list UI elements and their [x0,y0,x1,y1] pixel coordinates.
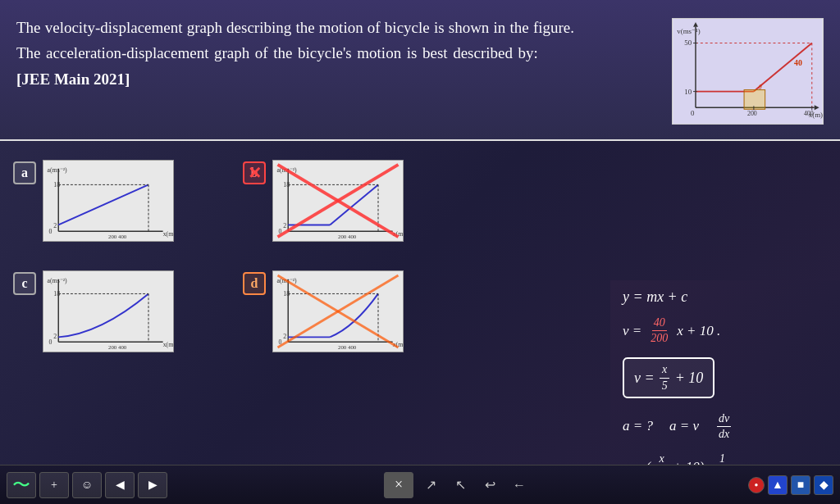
calc-line-3: v = x 5 + 10 [623,357,828,397]
option-b[interactable]: b a(ms⁻²) x(m) 18 2 [238,153,468,264]
forward-button[interactable]: ▶ [138,472,167,498]
return-icon[interactable]: ↩ [477,474,502,497]
question-area: The velocity-displacement graph describi… [0,0,840,141]
arrow-up-right-icon[interactable]: ↗ [418,474,443,497]
wave-icon[interactable]: 〜 [7,472,36,498]
close-button[interactable]: × [384,472,413,498]
rec-button[interactable]: ● [748,477,765,493]
toolbar-left: 〜 + ☺ ◀ ▶ [7,472,167,498]
svg-rect-11 [744,90,765,110]
svg-text:x(m): x(m) [163,341,173,348]
svg-text:18: 18 [53,290,60,297]
calc-eq1: y = mx + c [623,288,687,306]
back-arrow-icon[interactable]: ← [507,474,532,497]
svg-text:200  400: 200 400 [108,234,127,239]
options-area: a a(ms⁻²) x(m) 18 2 [0,141,840,379]
toolbar-center: × ↗ ↖ ↩ ← [384,472,532,498]
back-button[interactable]: ◀ [105,472,135,498]
calc-line-4: a = ? a = v dv dx [623,411,828,442]
bottom-toolbar: 〜 + ☺ ◀ ▶ × ↗ ↖ ↩ ← ● ▲ ■ ◆ [0,465,840,504]
svg-text:a(ms⁻²): a(ms⁻²) [48,277,68,284]
option-a[interactable]: a a(ms⁻²) x(m) 18 2 [8,153,238,264]
option-c[interactable]: c a(ms⁻²) x(m) 18 2 [8,264,238,375]
face-icon[interactable]: ☺ [72,472,102,498]
main-container: The velocity-displacement graph describi… [0,0,840,504]
boxed-equation: v = x 5 + 10 [623,357,714,397]
options-grid: a a(ms⁻²) x(m) 18 2 [0,149,476,379]
svg-text:200: 200 [747,110,757,117]
svg-text:0: 0 [48,338,52,346]
settings-btn-2[interactable]: ■ [791,475,810,495]
settings-btn-1[interactable]: ▲ [768,475,788,495]
velocity-displacement-graph: v(ms⁻¹) x(m) θ 40 10 [672,18,824,125]
option-c-label[interactable]: c [13,272,36,295]
svg-text:θ: θ [759,84,762,91]
option-b-graph: a(ms⁻²) x(m) 18 2 0 200 400 [272,160,404,242]
option-d-graph: a(ms⁻²) x(m) 18 2 0 200 400 [272,270,404,352]
option-d-label[interactable]: d [243,272,266,295]
svg-text:200  400: 200 400 [108,344,127,350]
calc-fraction-1: 40 200 [649,316,669,346]
svg-text:400: 400 [804,110,814,117]
question-source: [JEE Main 2021] [16,70,130,88]
svg-text:v(ms⁻¹): v(ms⁻¹) [677,27,700,35]
svg-text:40: 40 [794,58,802,67]
svg-text:10: 10 [684,88,692,96]
svg-text:2: 2 [53,333,57,340]
graph-svg: v(ms⁻¹) x(m) θ 40 10 [673,19,823,124]
question-body: The velocity-displacement graph describi… [16,19,574,61]
option-c-graph: a(ms⁻²) x(m) 18 2 0 200 400 [43,270,174,352]
calc-line-1: y = mx + c [623,288,828,306]
option-a-graph: a(ms⁻²) x(m) 18 2 0 200 400 [43,160,174,242]
plus-button[interactable]: + [39,472,69,498]
option-d[interactable]: d a(ms⁻²) x(m) 18 2 [238,264,468,375]
toolbar-right: ● ▲ ■ ◆ [748,475,833,495]
svg-text:0: 0 [691,109,695,117]
option-a-label[interactable]: a [13,161,36,184]
svg-text:18: 18 [53,181,60,188]
svg-text:0: 0 [48,228,52,235]
option-b-label[interactable]: b [243,161,266,184]
svg-text:50: 50 [684,39,692,47]
question-text: The velocity-displacement graph describi… [16,15,574,92]
svg-text:a(ms⁻²): a(ms⁻²) [48,166,68,174]
svg-text:x(m): x(m) [163,230,173,238]
settings-btn-3[interactable]: ◆ [814,475,833,495]
cursor-icon[interactable]: ↖ [448,474,472,497]
svg-text:2: 2 [53,222,57,229]
calc-line-2: v = 40 200 x + 10 . [623,316,828,346]
